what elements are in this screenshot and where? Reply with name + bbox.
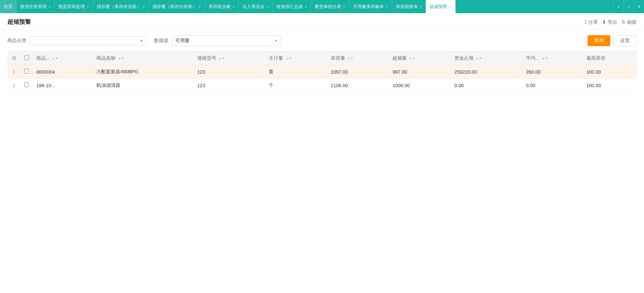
column-header-product-code[interactable]: 商品... ▲▼ (33, 52, 93, 65)
max-stock-cell: 100.00 (583, 65, 637, 79)
sort-icon: ▲▼ (476, 57, 482, 60)
filter-actions: 查询 设置 (588, 35, 637, 46)
unit-cell: 个 (265, 79, 327, 92)
stock-cell: 1097.00 (327, 65, 389, 79)
row-checkbox-cell (21, 79, 33, 92)
main-content: 超储预警 ⤴ 分享 ⬇ 导出 ↻ 刷新 商品分类 ▾ 数据源 (0, 13, 644, 293)
column-header-checkbox (21, 52, 33, 65)
nav-tab-summary[interactable]: 收发存汇总表 × (273, 0, 311, 13)
export-button[interactable]: ⬇ 导出 (602, 19, 617, 26)
refresh-button[interactable]: ↻ 刷新 (622, 19, 637, 26)
header-actions: ⤴ 分享 ⬇ 导出 ↻ 刷新 (584, 19, 637, 26)
column-header-capital[interactable]: 资金占用 ▲▼ (451, 52, 522, 65)
nav-tab-available-account[interactable]: 可用量库存账本 × (350, 0, 392, 13)
close-icon[interactable]: × (233, 4, 235, 9)
chevron-down-icon: ▾ (275, 38, 277, 43)
nav-next-button[interactable]: › (623, 0, 634, 13)
nav-tab-requisition[interactable]: 要货单统计表 × (311, 0, 349, 13)
spec-cell: 123 (194, 79, 265, 92)
close-icon[interactable]: × (386, 4, 388, 9)
unit-cell: 套 (265, 65, 327, 79)
column-header-stock[interactable]: 库存量 ▲▼ (327, 52, 389, 65)
overflow-cell: 1006.00 (389, 79, 451, 92)
filter-area: 商品分类 ▾ 数据源 可用量 ▾ 查询 设置 (0, 30, 644, 51)
top-navigation: 首页 拣货任务管理 × 拣货异常处理 × 现存量（库存状况表） × 现存量（库存… (0, 0, 644, 13)
sort-icon: ▲▼ (218, 57, 225, 60)
column-header-max-stock[interactable]: 最高库存 (583, 52, 637, 65)
datasource-filter-group: 数据源 可用量 ▾ (154, 35, 281, 46)
nav-tab-home[interactable]: 首页 (0, 0, 17, 13)
export-icon: ⬇ (602, 19, 606, 25)
nav-tab-exception-handling[interactable]: 拣货异常处理 × (55, 0, 93, 13)
refresh-icon: ↻ (622, 19, 626, 25)
capital-cell: 259220.00 (451, 65, 522, 79)
category-filter-group: 商品分类 ▾ (7, 36, 147, 45)
page-title: 超储预警 (7, 18, 31, 26)
sort-icon: ▲▼ (347, 57, 354, 60)
close-icon[interactable]: × (143, 4, 145, 9)
column-header-product-name[interactable]: 商品名称 ▲▼ (93, 52, 193, 65)
overstock-table: ⚙ 商品... ▲▼ 商品名称 ▲▼ 规格型号 ▲▼ (7, 51, 637, 92)
query-button[interactable]: 查询 (588, 35, 610, 46)
datasource-filter-label: 数据源 (154, 37, 168, 44)
nav-tab-task-management[interactable]: 拣货任务管理 × (17, 0, 55, 13)
column-header-gear: ⚙ (7, 52, 21, 65)
stock-cell: 1106.00 (327, 79, 389, 92)
nav-tab-flow[interactable]: 出入库流水 × (239, 0, 272, 13)
close-icon[interactable]: × (449, 4, 451, 9)
close-icon[interactable]: × (266, 4, 268, 9)
product-name-cell: 六配套新昌490BPG (93, 65, 193, 79)
sort-icon: ▲▼ (52, 57, 58, 60)
column-header-avg[interactable]: 平均... ▲▼ (522, 52, 582, 65)
nav-tab-inventory-distribution[interactable]: 现存量（库存分布表） × (149, 0, 205, 13)
nav-tab-overstock-warning[interactable]: 超储预警 × (426, 0, 455, 13)
close-icon[interactable]: × (48, 4, 51, 9)
row-checkbox[interactable] (24, 69, 29, 74)
datasource-select-text: 可用量 (175, 37, 190, 44)
nav-prev-button[interactable]: ‹ (613, 0, 623, 13)
avg-cell: 0.00 (522, 79, 582, 92)
product-code-cell: 186-10... (33, 79, 93, 92)
sort-icon: ▲▼ (118, 57, 124, 60)
table-header-row: ⚙ 商品... ▲▼ 商品名称 ▲▼ 规格型号 ▲▼ (7, 52, 637, 65)
row-number: 2 (7, 79, 21, 92)
row-checkbox[interactable] (24, 82, 29, 87)
column-header-unit[interactable]: 主计量 ▲▼ (265, 52, 327, 65)
max-stock-cell: 100.00 (583, 79, 637, 92)
close-icon[interactable]: × (305, 4, 307, 9)
table-body: 1 0000004 六配套新昌490BPG 123 套 1097.00 997.… (7, 65, 637, 92)
settings-button[interactable]: 设置 (613, 35, 637, 46)
nav-tab-inventory-status[interactable]: 现存量（库存状况表） × (93, 0, 149, 13)
category-filter-select[interactable]: ▾ (29, 36, 147, 45)
product-name-cell: 机油滤清器 (93, 79, 193, 92)
nav-arrows-container: ‹ › × (613, 0, 644, 13)
nav-close-button[interactable]: × (634, 0, 644, 13)
row-checkbox-cell (21, 65, 33, 79)
product-code-cell: 0000004 (33, 65, 93, 79)
close-icon[interactable]: × (343, 4, 345, 9)
sort-icon: ▲▼ (542, 57, 548, 60)
nav-tab-quality-expiry[interactable]: 保质期查询 × (392, 0, 426, 13)
close-icon[interactable]: × (87, 4, 89, 9)
column-header-overflow[interactable]: 超储量 ▲▼ (389, 52, 451, 65)
select-all-checkbox[interactable] (24, 55, 29, 60)
gear-icon[interactable]: ⚙ (12, 55, 17, 61)
share-button[interactable]: ⤴ 分享 (584, 19, 598, 26)
table-wrapper: ⚙ 商品... ▲▼ 商品名称 ▲▼ 规格型号 ▲▼ (0, 51, 644, 92)
avg-cell: 260.00 (522, 65, 582, 79)
spec-cell: 123 (194, 65, 265, 79)
table-row: 2 186-10... 机油滤清器 123 个 1106.00 1006.00 … (7, 79, 637, 92)
page-header: 超储预警 ⤴ 分享 ⬇ 导出 ↻ 刷新 (0, 13, 644, 30)
close-icon[interactable]: × (198, 4, 201, 9)
close-icon[interactable]: × (420, 4, 422, 9)
table-row: 1 0000004 六配套新昌490BPG 123 套 1097.00 997.… (7, 65, 637, 79)
overflow-cell: 997.00 (389, 65, 451, 79)
chevron-down-icon: ▾ (140, 38, 143, 43)
row-number: 1 (7, 65, 21, 79)
column-header-spec[interactable]: 规格型号 ▲▼ (194, 52, 265, 65)
nav-tab-batch-account[interactable]: 库存批次账 × (205, 0, 239, 13)
datasource-filter-select[interactable]: 可用量 ▾ (171, 35, 281, 46)
sort-icon: ▲▼ (409, 57, 416, 60)
share-icon: ⤴ (584, 19, 587, 25)
category-filter-label: 商品分类 (7, 37, 26, 44)
